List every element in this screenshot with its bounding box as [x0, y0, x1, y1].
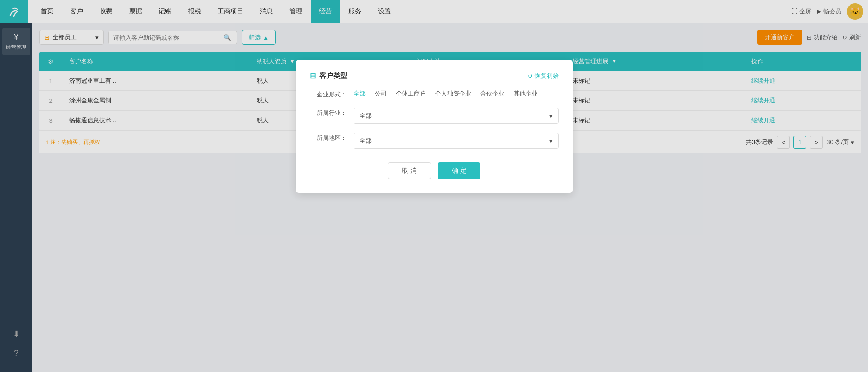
industry-value: 全部	[360, 112, 372, 120]
confirm-button[interactable]: 确 定	[438, 162, 480, 179]
industry-form-row: 所属行业： 全部 ▾	[310, 108, 559, 124]
industry-content: 全部 ▾	[354, 108, 559, 124]
reset-button[interactable]: ↺ 恢复初始	[528, 72, 559, 80]
type-options: 全部 公司 个体工商户 个人独资企业 合伙企业 其他企业	[354, 90, 559, 98]
modal-title: ⊞ 客户类型	[310, 72, 347, 80]
enterprise-form-label: 企业形式：	[310, 90, 347, 99]
reset-icon: ↺	[528, 72, 533, 79]
modal-header: ⊞ 客户类型 ↺ 恢复初始	[310, 72, 559, 80]
filter-modal: ⊞ 客户类型 ↺ 恢复初始 企业形式： 全部 公司 个体工商户 个人独资企业 合…	[296, 60, 573, 193]
region-value: 全部	[360, 137, 372, 145]
modal-overlay: ⊞ 客户类型 ↺ 恢复初始 企业形式： 全部 公司 个体工商户 个人独资企业 合…	[0, 0, 868, 372]
industry-label: 所属行业：	[310, 108, 347, 117]
region-form-row: 所属地区： 全部 ▾	[310, 133, 559, 149]
type-option-other[interactable]: 其他企业	[514, 90, 537, 98]
region-chevron-icon: ▾	[549, 138, 553, 144]
region-label: 所属地区：	[310, 133, 347, 142]
industry-chevron-icon: ▾	[549, 113, 553, 120]
enterprise-form-row: 企业形式： 全部 公司 个体工商户 个人独资企业 合伙企业 其他企业	[310, 90, 559, 99]
industry-select[interactable]: 全部 ▾	[354, 108, 559, 124]
type-option-individual[interactable]: 个体工商户	[396, 90, 426, 98]
type-option-all[interactable]: 全部	[354, 90, 366, 98]
region-content: 全部 ▾	[354, 133, 559, 149]
grid-icon: ⊞	[310, 72, 316, 80]
modal-footer: 取 消 确 定	[310, 162, 559, 179]
region-select[interactable]: 全部 ▾	[354, 133, 559, 149]
cancel-button[interactable]: 取 消	[388, 162, 431, 179]
enterprise-options: 全部 公司 个体工商户 个人独资企业 合伙企业 其他企业	[354, 90, 559, 98]
type-option-sole[interactable]: 个人独资企业	[435, 90, 471, 98]
type-option-partnership[interactable]: 合伙企业	[480, 90, 504, 98]
type-option-company[interactable]: 公司	[375, 90, 387, 98]
